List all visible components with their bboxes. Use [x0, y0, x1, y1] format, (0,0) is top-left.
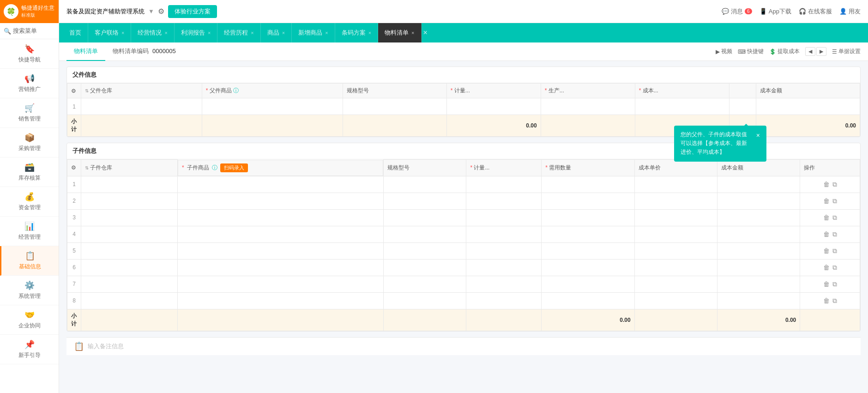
child-row-warehouse[interactable] — [81, 209, 178, 226]
tab-goods-close[interactable]: × — [282, 30, 285, 36]
child-row-unit[interactable] — [466, 292, 542, 309]
sub-tab-bom-list[interactable]: 物料清单 — [66, 42, 105, 61]
child-row-unit-price[interactable] — [634, 276, 717, 292]
child-row-qty[interactable] — [542, 276, 634, 292]
child-row-spec[interactable] — [384, 193, 466, 209]
tab-goods[interactable]: 商品 × — [261, 23, 292, 42]
child-row-goods[interactable] — [178, 292, 384, 309]
child-row-spec[interactable] — [384, 276, 466, 292]
parent-row-spec[interactable] — [343, 98, 447, 115]
tab-barcode[interactable]: 条码方案 × — [335, 23, 378, 42]
trial-button[interactable]: 体验行业方案 — [168, 5, 217, 18]
tooltip-close[interactable]: × — [756, 130, 760, 140]
child-col-gear[interactable]: ⚙ — [67, 160, 81, 176]
child-row-warehouse[interactable] — [81, 276, 178, 292]
child-row-goods[interactable] — [178, 259, 384, 276]
settings-icon[interactable]: ⚙ — [158, 7, 164, 16]
copy-icon[interactable]: ⧉ — [832, 230, 837, 238]
delete-icon[interactable]: 🗑 — [823, 280, 830, 288]
child-row-goods[interactable] — [178, 209, 384, 226]
dropdown-icon[interactable]: ▼ — [148, 8, 154, 15]
child-row-unit-price[interactable] — [634, 209, 717, 226]
parent-col-gear[interactable]: ⚙ — [67, 84, 81, 98]
copy-icon[interactable]: ⧉ — [832, 264, 837, 272]
delete-icon[interactable]: 🗑 — [823, 297, 830, 305]
copy-icon[interactable]: ⧉ — [832, 214, 837, 222]
sidebar-item-basic-info[interactable]: 📋 基础信息 — [0, 246, 59, 276]
child-row-spec[interactable] — [384, 209, 466, 226]
child-row-unit-price[interactable] — [634, 226, 717, 242]
tab-operations-close[interactable]: × — [164, 30, 167, 36]
sidebar-item-system[interactable]: ⚙️ 系统管理 — [0, 276, 59, 305]
sidebar-item-enterprise[interactable]: 🤝 企业协同 — [0, 305, 59, 335]
parent-row-production[interactable] — [541, 98, 635, 115]
child-row-unit-price[interactable] — [634, 292, 717, 309]
child-row-unit[interactable] — [466, 209, 542, 226]
child-row-warehouse[interactable] — [81, 259, 178, 276]
delete-icon[interactable]: 🗑 — [823, 214, 830, 222]
child-row-warehouse[interactable] — [81, 242, 178, 259]
child-row-unit[interactable] — [466, 226, 542, 242]
delete-icon[interactable]: 🗑 — [823, 197, 830, 205]
child-row-qty[interactable] — [542, 209, 634, 226]
child-row-spec[interactable] — [384, 259, 466, 276]
child-row-goods[interactable] — [178, 226, 384, 242]
action-shortcut[interactable]: ⌨ 快捷键 — [738, 48, 764, 55]
child-row-unit-price[interactable] — [634, 242, 717, 259]
child-row-warehouse[interactable] — [81, 193, 178, 209]
tab-home[interactable]: 首页 — [63, 23, 88, 42]
child-row-qty[interactable] — [542, 259, 634, 276]
copy-icon[interactable]: ⧉ — [832, 181, 837, 188]
tab-bom-close[interactable]: × — [411, 30, 414, 36]
child-row-goods[interactable] — [178, 176, 384, 193]
child-row-goods[interactable] — [178, 276, 384, 292]
parent-row-goods[interactable] — [202, 98, 343, 115]
child-row-qty[interactable] — [542, 226, 634, 242]
action-settings[interactable]: ☰ 单据设置 — [832, 48, 861, 55]
child-row-spec[interactable] — [384, 242, 466, 259]
online-service-btn[interactable]: 🎧 在线客服 — [799, 7, 832, 16]
child-row-goods[interactable] — [178, 193, 384, 209]
child-row-unit[interactable] — [466, 176, 542, 193]
sidebar-item-marketing[interactable]: 📢 营销推广 — [0, 69, 59, 98]
child-row-warehouse[interactable] — [81, 292, 178, 309]
child-row-spec[interactable] — [384, 292, 466, 309]
child-row-spec[interactable] — [384, 226, 466, 242]
tab-operations[interactable]: 经营情况 × — [131, 23, 174, 42]
nav-next[interactable]: ▶ — [816, 47, 826, 56]
copy-icon[interactable]: ⧉ — [832, 280, 837, 288]
child-row-unit[interactable] — [466, 193, 542, 209]
sidebar-item-operations[interactable]: 📊 经营管理 — [0, 217, 59, 246]
copy-icon[interactable]: ⧉ — [832, 247, 837, 255]
message-btn[interactable]: 💬 消息 6 — [722, 7, 752, 16]
child-row-unit-price[interactable] — [634, 259, 717, 276]
scan-button[interactable]: 扫码录入 — [220, 163, 248, 172]
tab-customer-close[interactable]: × — [121, 30, 124, 36]
child-row-unit-price[interactable] — [634, 193, 717, 209]
child-row-unit[interactable] — [466, 242, 542, 259]
parent-row-unit[interactable] — [446, 98, 541, 115]
child-row-qty[interactable] — [542, 193, 634, 209]
app-download-btn[interactable]: 📱 App下载 — [760, 7, 791, 16]
nav-prev[interactable]: ◀ — [805, 47, 815, 56]
close-all-tabs[interactable]: × — [423, 29, 428, 37]
child-row-unit[interactable] — [466, 276, 542, 292]
delete-icon[interactable]: 🗑 — [823, 230, 830, 238]
child-row-goods[interactable] — [178, 242, 384, 259]
sidebar-item-inventory[interactable]: 🗃️ 库存核算 — [0, 157, 59, 187]
search-menu[interactable]: 🔍 搜索菜单 — [0, 23, 59, 39]
child-row-qty[interactable] — [542, 176, 634, 193]
user-menu[interactable]: 👤 用友 — [839, 7, 861, 16]
tab-bom[interactable]: 物料清单 × — [378, 23, 421, 42]
action-video[interactable]: ▶ 视频 — [716, 48, 732, 55]
sidebar-item-finance[interactable]: 💰 资金管理 — [0, 187, 59, 217]
notes-placeholder[interactable]: 输入备注信息 — [88, 342, 124, 351]
child-row-qty[interactable] — [542, 292, 634, 309]
action-extract-cost[interactable]: 💲 提取成本 — [769, 48, 800, 55]
tab-new-goods-close[interactable]: × — [325, 30, 328, 36]
child-row-spec[interactable] — [384, 176, 466, 193]
sidebar-item-guide[interactable]: 📌 新手引导 — [0, 335, 59, 364]
sidebar-item-purchase[interactable]: 📦 采购管理 — [0, 128, 59, 157]
copy-icon[interactable]: ⧉ — [832, 297, 837, 305]
parent-row-warehouse[interactable] — [81, 98, 202, 115]
